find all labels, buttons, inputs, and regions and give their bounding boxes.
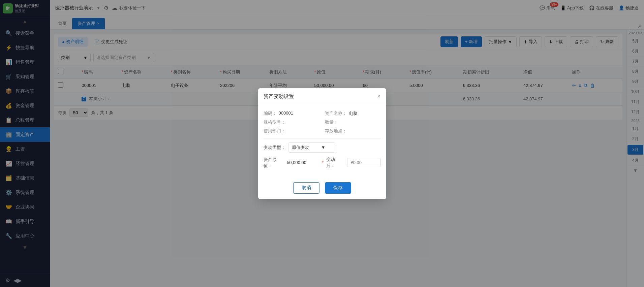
dialog-dept-label: 使用部门： <box>264 128 285 134</box>
dialog-location-row: 存放地点： <box>325 128 381 134</box>
dialog-after-label: 变动后： <box>326 157 343 169</box>
dialog-cancel-btn[interactable]: 取消 <box>293 182 319 194</box>
dialog-after-required: * <box>322 160 324 165</box>
dialog-name-row: 资产名称： 电脑 <box>325 110 381 117</box>
dialog-code-value: 000001 <box>279 110 293 117</box>
dialog-title: 资产变动设置 <box>264 93 294 100</box>
dialog-after-input[interactable] <box>347 158 381 167</box>
dialog-body: 编码： 000001 资产名称： 电脑 规格型号： 数量： 使用部门： <box>258 105 386 178</box>
dialog-code-label: 编码： <box>264 110 277 117</box>
dialog-asset-value-label: 资产原值： <box>264 157 284 169</box>
dialog-asset-value-value: 50,000.00 <box>287 160 314 165</box>
dialog-change-type-row: 变动类型： 原值变动 ▼ <box>264 142 381 153</box>
dialog-code-row: 编码： 000001 <box>264 110 319 117</box>
modal-overlay: 资产变动设置 × 编码： 000001 资产名称： 电脑 规格型号： 数量： <box>0 0 644 287</box>
dialog-spec-label: 规格型号： <box>264 119 285 125</box>
dialog-dept-row: 使用部门： <box>264 128 319 134</box>
change-type-chevron: ▼ <box>321 145 326 150</box>
dialog-name-label: 资产名称： <box>325 110 347 117</box>
dialog-info-grid: 编码： 000001 资产名称： 电脑 规格型号： 数量： 使用部门： <box>264 110 381 134</box>
change-type-select[interactable]: 原值变动 ▼ <box>288 142 335 153</box>
dialog-header: 资产变动设置 × <box>258 88 386 105</box>
dialog-qty-row: 数量： <box>325 119 381 125</box>
dialog-name-value: 电脑 <box>349 110 358 117</box>
dialog-save-btn[interactable]: 保存 <box>325 182 351 194</box>
dialog-actions: 取消 保存 <box>258 178 386 199</box>
dialog-location-label: 存放地点： <box>325 128 347 134</box>
dialog-change-type-label: 变动类型： <box>264 145 285 151</box>
dialog-asset-value-row: 资产原值： 50,000.00 * 变动后： <box>264 157 381 169</box>
change-type-value: 原值变动 <box>292 145 309 151</box>
dialog-qty-label: 数量： <box>325 119 338 125</box>
dialog-divider <box>264 138 381 138</box>
dialog-spec-row: 规格型号： <box>264 119 319 125</box>
dialog-close-btn[interactable]: × <box>377 93 381 100</box>
asset-change-dialog: 资产变动设置 × 编码： 000001 资产名称： 电脑 规格型号： 数量： <box>258 88 386 199</box>
